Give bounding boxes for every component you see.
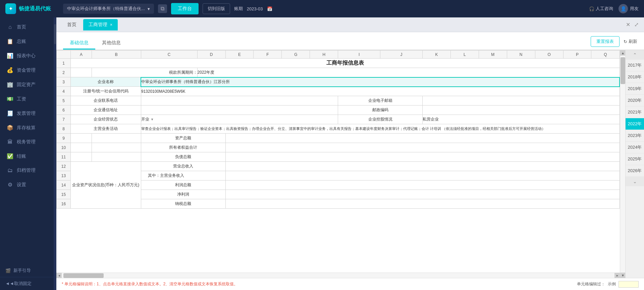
year-item-2023[interactable]: 2023年 <box>626 130 644 142</box>
col-header-M[interactable]: M <box>479 51 507 59</box>
tab-basic-info[interactable]: 基础信息 <box>63 37 95 50</box>
cell-postal-value[interactable] <box>422 105 620 115</box>
cell-email-value[interactable] <box>422 96 620 105</box>
col-header-N[interactable]: N <box>507 51 535 59</box>
h-scroll-right-button[interactable]: ▸ <box>614 273 620 278</box>
refresh-button[interactable]: ↻ 刷新 <box>624 39 637 45</box>
cell-main-revenue-value[interactable] <box>225 171 620 180</box>
sidebar-item-settings[interactable]: ⚙ 设置 <box>0 177 56 192</box>
cell-tax-total-value[interactable] <box>225 199 620 209</box>
sidebar-item-close[interactable]: ✅ 结账 <box>0 149 56 163</box>
help-button[interactable]: 🎧 人工咨询 <box>589 6 613 12</box>
col-header-H[interactable]: H <box>310 51 338 59</box>
new-user-guide[interactable]: 🎬 新手引导 <box>0 264 56 277</box>
cell-company-value[interactable]: 中审众环会计师事务所（特殊普通合伙）江苏分所 <box>141 77 620 87</box>
unpin-button[interactable]: ◄◄取消固定 <box>0 277 56 290</box>
tab-label: 工商管理 <box>89 22 107 28</box>
cell-equity-value[interactable] <box>225 143 620 152</box>
col-header-B[interactable]: B <box>92 51 141 59</box>
cell-address-value[interactable] <box>141 105 338 115</box>
cell-liability-value[interactable] <box>225 152 620 162</box>
calendar-icon[interactable]: 📅 <box>267 6 272 11</box>
year-item-2022[interactable]: 2022年 <box>626 118 644 130</box>
user-menu[interactable]: 👤 用友 <box>619 4 639 13</box>
h-scrollbar[interactable]: ◂ ▸ <box>56 273 620 278</box>
tab-close-button[interactable]: × <box>110 22 112 27</box>
year-item-2024[interactable]: 2024年 <box>626 142 644 153</box>
col-header-F[interactable]: F <box>254 51 282 59</box>
cell-profit-value[interactable] <box>225 180 620 190</box>
year-scroll-up-button[interactable]: ⌃ <box>626 50 644 60</box>
cell-10-B[interactable] <box>92 143 141 152</box>
col-header-Q[interactable]: Q <box>591 51 620 59</box>
workbench-button[interactable]: 工作台 <box>171 3 199 14</box>
cell-9-A[interactable] <box>70 134 92 143</box>
row-number: 4 <box>57 87 71 96</box>
year-scroll-down-button[interactable]: ⌄ <box>626 177 644 186</box>
sidebar-item-home[interactable]: ⌂ 首页 <box>0 20 56 34</box>
copy-icon[interactable]: ⧉ <box>158 4 167 13</box>
close-window-button[interactable]: ✕ <box>626 21 630 28</box>
cell-11-A[interactable] <box>70 152 92 162</box>
sidebar-item-ledger[interactable]: 📋 总账 <box>0 34 56 49</box>
sidebar-item-archive[interactable]: 🗂 归档管理 <box>0 163 56 177</box>
col-header-E[interactable]: E <box>225 51 254 59</box>
cell-assets-value[interactable] <box>225 134 620 143</box>
sidebar-item-inventory[interactable]: 📦 库存核算 <box>0 121 56 135</box>
col-header-I[interactable]: I <box>338 51 380 59</box>
cell-2-A[interactable] <box>70 68 92 77</box>
reset-report-button[interactable]: 重置报表 <box>591 36 620 47</box>
year-item-2021[interactable]: 2021年 <box>626 106 644 118</box>
sidebar-item-payroll[interactable]: 💵 工资 <box>0 92 56 106</box>
cell-mainbiz-value[interactable]: 审查企业会计报表；出具审计报告；验证企业资本；出具验资报告；办理企业合开、分立、… <box>141 124 620 134</box>
cell-11-B[interactable] <box>92 152 141 162</box>
sidebar-nav: ⌂ 首页 📋 总账 📊 报表中心 💰 资金管理 🏢 固定资产 💵 工资 <box>0 17 56 264</box>
cell-revenue-value[interactable] <box>225 162 620 171</box>
v-scroll-up-button[interactable]: ▲ <box>620 50 626 56</box>
col-header-O[interactable]: O <box>535 51 563 59</box>
tab-industrial[interactable]: 工商管理 × <box>83 19 118 30</box>
year-item-2020[interactable]: 2020年 <box>626 95 644 106</box>
sidebar-item-assets[interactable]: 🏢 固定资产 <box>0 77 56 92</box>
cell-ownership-value[interactable]: 私营企业 <box>422 115 620 124</box>
year-item-2019[interactable]: 2019年 <box>626 83 644 95</box>
tab-home[interactable]: 首页 <box>62 19 82 30</box>
year-item-2025[interactable]: 2025年 <box>626 153 644 165</box>
col-header-A[interactable]: A <box>70 51 92 59</box>
col-header-P[interactable]: P <box>563 51 591 59</box>
col-header-L[interactable]: L <box>450 51 479 59</box>
oldver-button[interactable]: 切到旧版 <box>203 3 230 14</box>
col-header-D[interactable]: D <box>197 51 225 59</box>
row-number: 11 <box>57 152 71 162</box>
tab-other-info[interactable]: 其他信息 <box>95 37 127 50</box>
cell-regcode-value[interactable]: 91320100MA208E5W6K <box>141 87 620 96</box>
v-scroll-down-button[interactable]: ▼ <box>620 273 626 278</box>
v-scroll-track[interactable] <box>620 56 625 273</box>
col-header-J[interactable]: J <box>380 51 423 59</box>
sidebar-item-reports[interactable]: 📊 报表中心 <box>0 49 56 63</box>
sidebar-item-invoice[interactable]: 🧾 发票管理 <box>0 106 56 121</box>
expand-window-button[interactable]: ⤢ <box>634 21 639 28</box>
col-header-K[interactable]: K <box>422 51 450 59</box>
h-scroll-left-button[interactable]: ◂ <box>56 273 62 278</box>
year-item-2018[interactable]: 2018年 <box>626 71 644 83</box>
year-item-2026[interactable]: 2026年 <box>626 165 644 177</box>
spreadsheet-table[interactable]: A B C D E F G H I J <box>56 50 620 273</box>
year-item-2017[interactable]: 2017年 <box>626 60 644 71</box>
h-scroll-thumb[interactable] <box>63 273 104 278</box>
cell-net-profit-value[interactable] <box>225 190 620 199</box>
sidebar-item-tax[interactable]: 🏛 税务管理 <box>0 135 56 149</box>
h-scroll-track[interactable] <box>62 273 614 278</box>
v-scrollbar[interactable]: ▲ ▼ <box>620 50 625 278</box>
company-selector[interactable]: 中审众环会计师事务所（特殊普通合伙... ▾ <box>63 4 154 14</box>
sidebar-item-funds[interactable]: 💰 资金管理 <box>0 63 56 77</box>
cell-10-A[interactable] <box>70 143 92 152</box>
cell-status-value[interactable]: 开业 ▼ <box>141 115 338 124</box>
cell-phone-value[interactable] <box>141 96 338 105</box>
cell-9-B[interactable] <box>92 134 141 143</box>
table-title-cell[interactable]: 工商年报信息表 <box>70 59 620 68</box>
cell-tax-period-value[interactable]: 2022年度 <box>197 68 620 77</box>
col-header-G[interactable]: G <box>282 51 310 59</box>
col-header-C[interactable]: C <box>141 51 197 59</box>
v-scroll-thumb[interactable] <box>621 57 625 84</box>
